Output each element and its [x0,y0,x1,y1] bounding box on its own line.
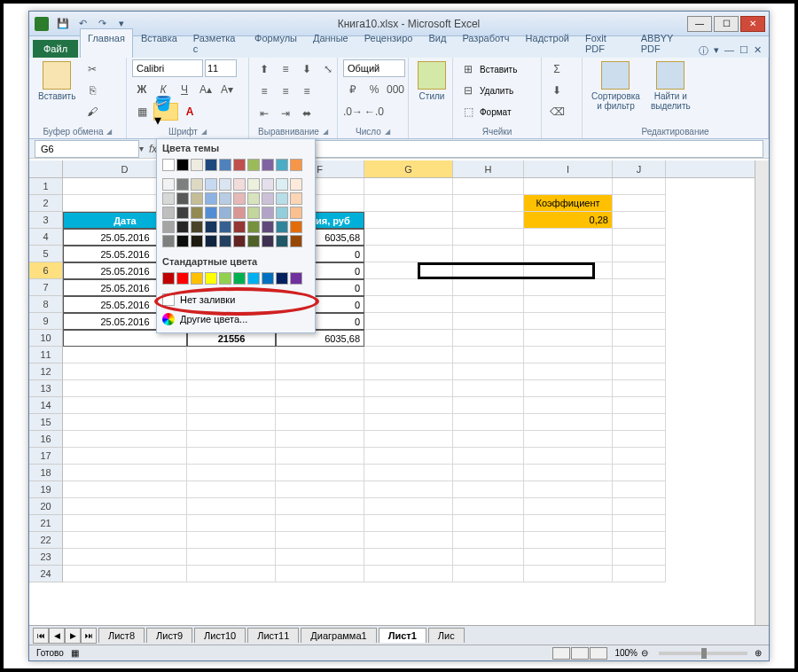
color-swatch[interactable] [219,272,231,285]
cell[interactable] [453,431,524,448]
color-swatch[interactable] [205,235,217,247]
row-head-15[interactable]: 15 [29,414,63,431]
color-swatch[interactable] [233,159,246,171]
color-swatch[interactable] [276,159,288,171]
ribbon-tab-7[interactable]: Разработч [454,28,517,58]
sheet-tab-Лист1[interactable]: Лист1 [379,628,426,643]
cell[interactable] [453,515,524,532]
merge[interactable]: ⬌ [297,104,317,123]
color-swatch[interactable] [191,272,203,285]
grow-font-button[interactable]: A▴ [196,80,215,99]
color-swatch[interactable] [191,192,203,205]
cell[interactable] [364,296,453,313]
color-swatch[interactable] [162,178,175,191]
color-swatch[interactable] [162,235,175,247]
cell[interactable] [453,481,524,498]
cell[interactable] [276,347,364,363]
cell[interactable] [364,363,453,380]
color-swatch[interactable] [290,159,302,171]
cell[interactable] [613,296,666,313]
color-swatch[interactable] [290,272,302,285]
cell[interactable] [364,431,453,448]
close-button[interactable]: ✕ [740,16,765,32]
fill-button[interactable]: ⬇ [547,81,567,100]
align-mid[interactable]: ≡ [276,59,295,79]
color-swatch[interactable] [219,192,231,205]
cell[interactable] [63,566,187,582]
dec-dec-button[interactable]: ←.0 [364,102,384,121]
cell[interactable] [364,532,453,549]
file-tab[interactable]: Файл [33,40,78,58]
underline-button[interactable]: Ч [175,80,194,99]
row-head-19[interactable]: 19 [29,481,63,498]
cell[interactable] [524,431,613,448]
color-swatch[interactable] [247,159,260,171]
cell[interactable]: 0,28 [524,212,613,229]
ribbon-tab-9[interactable]: Foxit PDF [577,28,633,58]
color-swatch[interactable] [290,192,302,205]
cell[interactable] [364,481,453,498]
cell[interactable] [613,465,666,481]
color-swatch[interactable] [162,272,175,285]
cell[interactable] [187,515,276,532]
color-swatch[interactable] [191,178,203,191]
cell[interactable] [63,347,187,363]
cell[interactable] [453,347,524,363]
cell[interactable] [276,465,364,481]
cell[interactable] [524,296,613,313]
cell[interactable] [613,481,666,498]
align-center[interactable]: ≡ [276,82,295,101]
font-launcher[interactable]: ◢ [201,128,207,136]
cell[interactable] [276,448,364,465]
color-swatch[interactable] [219,178,231,191]
cell[interactable] [613,532,666,549]
cell[interactable] [524,481,613,498]
cell[interactable] [524,498,613,515]
color-swatch[interactable] [219,221,231,233]
cell[interactable] [613,330,666,347]
color-swatch[interactable] [262,272,274,285]
color-swatch[interactable] [290,221,302,233]
row-head-3[interactable]: 3 [29,212,63,229]
cell[interactable] [453,296,524,313]
cell[interactable] [63,481,187,498]
cell[interactable] [524,532,613,549]
color-swatch[interactable] [290,207,302,219]
indent-dec[interactable]: ⇤ [254,104,274,123]
cell[interactable] [364,246,453,262]
cell[interactable] [364,262,453,279]
cell[interactable] [613,431,666,448]
color-swatch[interactable] [205,207,217,219]
cell[interactable] [364,549,453,566]
row-head-12[interactable]: 12 [29,363,63,380]
sheet-tab-Лист11[interactable]: Лист11 [247,628,299,643]
row-head-1[interactable]: 1 [29,178,63,195]
cell[interactable] [364,313,453,330]
cell[interactable] [453,532,524,549]
cell[interactable] [364,414,453,431]
bold-button[interactable]: Ж [132,80,152,99]
color-swatch[interactable] [247,207,260,219]
cell[interactable] [453,363,524,380]
sheet-tab-Диаграмма1[interactable]: Диаграмма1 [301,628,376,643]
zoom-slider[interactable] [659,652,747,655]
align-top[interactable]: ⬆ [254,59,274,79]
color-swatch[interactable] [233,235,246,247]
color-swatch[interactable] [276,221,288,233]
number-launcher[interactable]: ◢ [385,128,390,136]
sheet-tab-Лист8[interactable]: Лист8 [98,628,145,643]
cell[interactable] [63,414,187,431]
cell[interactable] [524,330,613,347]
col-head-H[interactable]: H [453,160,524,177]
color-swatch[interactable] [262,235,274,247]
cell[interactable] [613,566,666,582]
font-color-button[interactable]: A [180,102,200,121]
cell[interactable] [524,178,613,195]
sheet-nav-last[interactable]: ⏭ [81,628,97,644]
row-head-20[interactable]: 20 [29,498,63,515]
clipboard-launcher[interactable]: ◢ [106,128,112,136]
cell[interactable] [453,262,524,279]
cell[interactable] [613,246,666,262]
ribbon-tab-5[interactable]: Рецензиро [356,28,421,58]
row-head-24[interactable]: 24 [29,566,63,582]
